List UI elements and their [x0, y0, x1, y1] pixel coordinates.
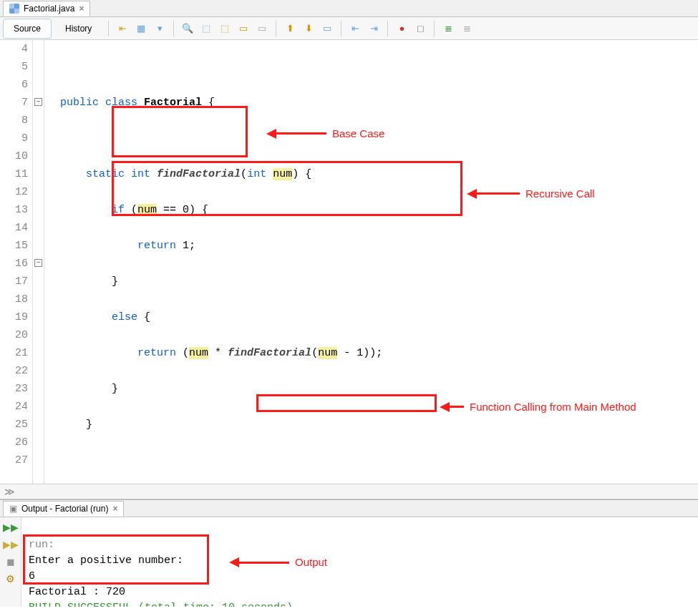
file-tab-label: Factorial.java	[24, 4, 74, 14]
output-run-line: run:	[29, 539, 54, 551]
annotation-label-funccall: Function Calling from Main Method	[470, 398, 636, 416]
annotation-arrow-funccall: Function Calling from Main Method	[440, 398, 636, 416]
tab-source[interactable]: Source	[3, 19, 52, 39]
annotation-label-output: Output	[295, 554, 327, 570]
uncomment-icon[interactable]: ≣	[459, 21, 475, 36]
file-tab-factorial[interactable]: Factorial.java ×	[3, 1, 90, 16]
find-prev-icon[interactable]: ⬚	[198, 21, 214, 36]
output-panel: ▣ Output - Factorial (run) × ▶▶ ▶▶ ◼ ⚙ r…	[0, 499, 698, 607]
output-build-line: BUILD SUCCESSFUL (total time: 10 seconds…	[29, 602, 293, 607]
nav-dropdown-icon[interactable]: ▾	[152, 21, 168, 36]
nav-back-icon[interactable]: ⇤	[115, 21, 130, 36]
fold-toggle-icon[interactable]: −	[34, 259, 42, 267]
output-input-line: 6	[29, 570, 35, 582]
tab-history[interactable]: History	[54, 19, 102, 39]
chevron-right-icon[interactable]: ≫	[4, 486, 15, 497]
shift-right-icon[interactable]: ⇥	[366, 21, 382, 36]
comment-icon[interactable]: ≣	[440, 21, 456, 36]
file-tab-strip: Factorial.java ×	[0, 0, 698, 17]
find-next-icon[interactable]: ⬚	[217, 21, 233, 36]
fold-toggle-icon[interactable]: −	[34, 98, 42, 106]
line-number-gutter: 4567 891011 12131415 16171819 20212223 2…	[0, 40, 33, 484]
fold-gutter: − −	[33, 40, 44, 484]
nav-fwd-icon[interactable]: ▦	[133, 21, 149, 36]
annotation-arrow-recursive: Recursive Call	[467, 185, 595, 202]
code-text-area[interactable]: public class Factorial { static int find…	[44, 40, 698, 484]
stop-macro-icon[interactable]: ◻	[412, 21, 428, 36]
settings-icon[interactable]: ⚙	[4, 572, 18, 586]
find-icon[interactable]: 🔍	[180, 21, 195, 36]
close-icon[interactable]: ×	[112, 504, 117, 514]
terminal-icon: ▣	[9, 504, 17, 514]
select-icon[interactable]: ▭	[254, 21, 270, 36]
annotation-arrow-output: Output	[229, 554, 327, 570]
output-console[interactable]: run: Enter a positive number: 6 Factoria…	[21, 517, 698, 607]
annotation-label-recursive: Recursive Call	[525, 185, 595, 202]
breadcrumb-bar: ≫	[0, 484, 698, 499]
close-icon[interactable]: ×	[79, 4, 84, 14]
record-macro-icon[interactable]: ●	[394, 21, 409, 36]
output-tab-label: Output - Factorial (run)	[21, 504, 108, 514]
code-editor[interactable]: 4567 891011 12131415 16171819 20212223 2…	[0, 40, 698, 484]
output-tab-strip: ▣ Output - Factorial (run) ×	[0, 500, 698, 517]
output-side-toolbar: ▶▶ ▶▶ ◼ ⚙	[0, 517, 21, 607]
output-prompt-line: Enter a positive number:	[29, 554, 183, 567]
rerun-alt-icon[interactable]: ▶▶	[4, 537, 18, 552]
output-tab[interactable]: ▣ Output - Factorial (run) ×	[3, 501, 124, 517]
bookmark-next-icon[interactable]: ⬇	[301, 21, 316, 36]
java-file-icon	[9, 4, 19, 14]
bookmark-prev-icon[interactable]: ⬆	[282, 21, 298, 36]
output-result-line: Factorial : 720	[29, 586, 125, 598]
editor-toolbar: Source History ⇤ ▦ ▾ 🔍 ⬚ ⬚ ▭ ▭ ⬆ ⬇ ▭ ⇤ ⇥…	[0, 17, 698, 40]
rerun-icon[interactable]: ▶▶	[4, 520, 18, 534]
highlight-icon[interactable]: ▭	[236, 21, 251, 36]
shift-left-icon[interactable]: ⇤	[347, 21, 363, 36]
stop-icon[interactable]: ◼	[4, 554, 18, 569]
bookmark-toggle-icon[interactable]: ▭	[319, 21, 335, 36]
